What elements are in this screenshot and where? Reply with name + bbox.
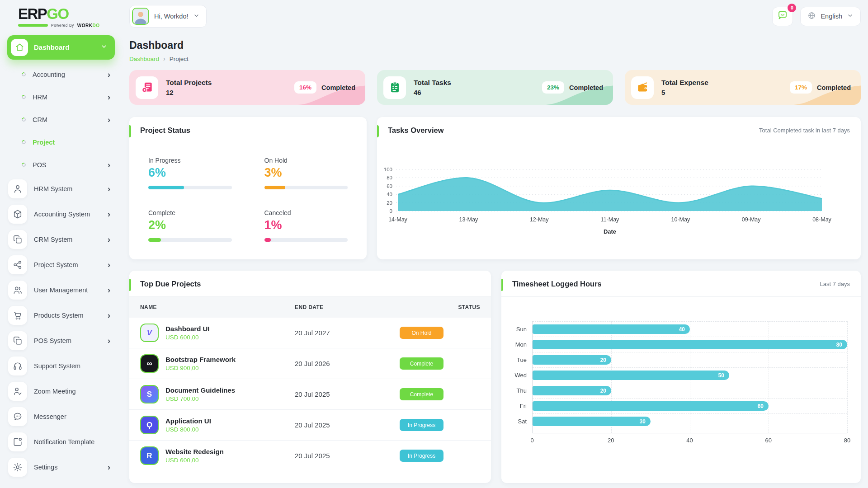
svg-text:13-May: 13-May (459, 216, 478, 223)
table-row-dashboard-ui[interactable]: VDashboard UIUSD 600,0020 Jul 2027On Hol… (129, 318, 491, 348)
svg-text:10-May: 10-May (671, 216, 690, 223)
sidebar-item-support-system[interactable]: Support System (7, 353, 115, 379)
messages-button[interactable]: 0 (772, 7, 793, 26)
share-nodes-icon-box (8, 255, 27, 274)
tasks-icon (389, 81, 401, 94)
svg-text:40: 40 (387, 192, 392, 197)
language-selector[interactable]: English (800, 7, 861, 26)
sidebar-item-notification-template[interactable]: Notification Template (7, 429, 115, 455)
table-row-website-redesign[interactable]: RWebsite RedesignUSD 600,0020 Jul 2025In… (129, 441, 491, 471)
stat-title: Total Projects (166, 79, 287, 87)
sidebar-item-zoom-meeting[interactable]: Zoom Meeting (7, 379, 115, 404)
progress-bar-fill (148, 238, 161, 242)
svg-text:20: 20 (387, 200, 392, 206)
timesheet-category-label: Sat (513, 413, 532, 429)
timesheet-bar-value: 60 (758, 403, 764, 409)
table-row-application-ui[interactable]: ϘApplication UIUSD 800,0020 Jul 2025In P… (129, 410, 491, 441)
sidebar-item-crm[interactable]: CRM› (7, 108, 115, 131)
sidebar-item-messenger[interactable]: Messenger (7, 404, 115, 429)
card-accent-bar (501, 279, 503, 291)
breadcrumb-dashboard-link[interactable]: Dashboard (129, 56, 159, 62)
projects-table-body: VDashboard UIUSD 600,0020 Jul 2027On Hol… (129, 318, 491, 471)
project-end-date: 20 Jul 2025 (295, 421, 400, 429)
sidebar-item-settings[interactable]: Settings› (7, 455, 115, 480)
svg-text:Date: Date (604, 228, 616, 235)
sidebar-item-label: Products System (34, 312, 101, 319)
page-title: Dashboard (129, 39, 861, 52)
svg-text:14-May: 14-May (388, 216, 407, 223)
timesheet-card: Timesheet Logged Hours Last 7 days SunMo… (501, 271, 861, 483)
svg-text:11-May: 11-May (601, 216, 620, 223)
sidebar-item-hrm[interactable]: HRM› (7, 86, 115, 108)
user-check-icon (13, 386, 23, 396)
user-icon-box (8, 179, 27, 198)
chevron-right-icon: › (108, 185, 110, 193)
project-status-card: Project Status In Progress6%On Hold3%Com… (129, 117, 367, 259)
sidebar-modules-menu: HRM System›Accounting System›CRM System›… (7, 176, 115, 480)
project-name: Bootstrap Framework (165, 356, 236, 363)
sidebar-item-pos[interactable]: POS› (7, 154, 115, 176)
table-row-bootstrap-framework[interactable]: ∞Bootstrap FrameworkUSD 900,0020 Jul 202… (129, 348, 491, 379)
sidebar-item-project[interactable]: Project (7, 131, 115, 154)
timesheet-category-label: Wed (513, 367, 532, 383)
sidebar-item-hrm-system[interactable]: HRM System› (7, 176, 115, 202)
sidebar-item-label: User Management (34, 286, 101, 294)
project-logo: Ϙ (140, 416, 159, 434)
status-metric-label: Canceled (264, 209, 348, 216)
projects-icon (141, 81, 153, 94)
timesheet-bar-value: 20 (600, 388, 606, 394)
chevron-right-icon: › (108, 261, 110, 269)
status-metric-label: On Hold (264, 157, 348, 164)
stat-cards-row: Total Projects1216%CompletedTotal Tasks4… (129, 70, 861, 105)
headset-icon (13, 361, 23, 371)
cube-icon (13, 209, 23, 219)
chat-bubble-icon (777, 10, 788, 23)
timesheet-bar: 20 (533, 386, 611, 395)
table-row-document-guidelines[interactable]: SDocument GuidelinesUSD 700,0020 Jul 202… (129, 379, 491, 410)
user-check-icon-box (8, 382, 27, 401)
sidebar-item-project-system[interactable]: Project System› (7, 252, 115, 277)
timesheet-bar-value: 20 (600, 357, 606, 363)
powered-by-label: Powered By (51, 23, 74, 28)
sidebar-dashboard-submenu: Accounting›HRM›CRM›ProjectPOS› (7, 63, 115, 176)
sidebar-item-accounting[interactable]: Accounting› (7, 63, 115, 86)
sidebar-item-crm-system[interactable]: CRM System› (7, 227, 115, 252)
status-badge: In Progress (400, 450, 443, 462)
sidebar-item-user-management[interactable]: User Management› (7, 277, 115, 303)
timesheet-bar-row-sat: 30 (533, 413, 847, 429)
timesheet-bar: 20 (533, 355, 611, 365)
project-logo: ∞ (140, 354, 159, 373)
stat-card-total-expense: Total Expense517%Completed (625, 70, 861, 105)
cube-icon-box (8, 205, 27, 224)
chevron-down-icon (193, 12, 200, 19)
page-header: Dashboard Dashboard › Project (129, 39, 861, 62)
stat-completed-label: Completed (569, 84, 603, 91)
ring-bullet-icon (21, 162, 26, 167)
brand-logo[interactable]: ERPGO Powered By WORKDO (7, 5, 115, 28)
column-header-end-date: END DATE (295, 304, 400, 310)
template-icon (13, 437, 23, 447)
svg-text:08-May: 08-May (812, 216, 831, 223)
template-icon-box (8, 432, 27, 451)
timesheet-bar-row-wed: 50 (533, 367, 847, 383)
sidebar-item-products-system[interactable]: Products System› (7, 303, 115, 328)
progress-bar-track (264, 186, 348, 189)
share-nodes-icon (13, 260, 23, 270)
project-status-grid: In Progress6%On Hold3%Complete2%Canceled… (129, 143, 367, 255)
timesheet-bar: 40 (533, 324, 690, 334)
stat-percent-badge: 16% (294, 81, 316, 94)
users-icon (13, 285, 23, 295)
sidebar-item-label: CRM System (34, 236, 101, 243)
progress-bar-fill (264, 186, 285, 189)
timesheet-bar-row-mon: 80 (533, 337, 847, 352)
svg-text:0: 0 (390, 208, 392, 214)
sidebar-item-pos-system[interactable]: POS System› (7, 328, 115, 353)
timesheet-axis-tick: 0 (530, 437, 533, 444)
sidebar-item-dashboard[interactable]: Dashboard (7, 35, 115, 60)
project-name: Document Guidelines (165, 386, 235, 394)
sidebar-item-accounting-system[interactable]: Accounting System› (7, 202, 115, 227)
stat-icon-box (631, 76, 654, 99)
user-menu-button[interactable]: Hi, Workdo! (129, 5, 207, 28)
svg-text:100: 100 (384, 167, 392, 172)
card-accent-bar (129, 279, 131, 291)
